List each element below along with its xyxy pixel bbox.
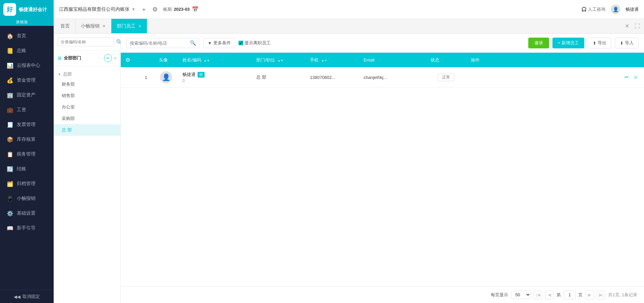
unpin-button[interactable]: ◀◀ 取消固定 — [0, 290, 54, 303]
sidebar-item-assets[interactable]: 🏢 固定资产 — [0, 88, 54, 102]
last-page-button[interactable]: ▶| — [597, 291, 605, 299]
sidebar-item-guide[interactable]: 📖 新手引导 — [0, 221, 54, 235]
tab-home[interactable]: 首页 — [55, 19, 75, 33]
tab-employees-label: 部门员工 — [117, 23, 136, 29]
sidebar-item-reports[interactable]: 📊 云报表中心 — [0, 58, 54, 73]
dept-item-general[interactable]: 总 部 — [54, 124, 120, 136]
table-col-name[interactable]: 姓名/编码 ▲▼ — [178, 53, 252, 67]
export-button[interactable]: ⬆ 导出 — [588, 38, 611, 48]
page-total-label: 共1页, 1条记录 — [608, 292, 637, 298]
home-icon: 🏠 — [7, 33, 13, 39]
tab-maximize-icon[interactable]: ⛶ — [633, 22, 641, 31]
employee-search-icon[interactable]: 🔍 — [190, 40, 196, 46]
tab-expense[interactable]: 小畅报销 ✕ — [75, 19, 111, 33]
period-label: 账期 — [163, 6, 172, 12]
sidebar-item-invoice[interactable]: 🧾 发票管理 — [0, 117, 54, 132]
dept-label-zongbu: 总部 — [63, 71, 72, 77]
dept-collapse-icon[interactable]: « — [114, 56, 116, 60]
prev-page-button[interactable]: ◀ — [545, 291, 554, 299]
export-icon: ⬆ — [593, 41, 596, 46]
dept-item-office-label: 办公室 — [62, 104, 75, 110]
sidebar-item-inventory[interactable]: 📦 库存核算 — [0, 132, 54, 147]
finance-icon: 💰 — [7, 77, 13, 84]
name-wrap: 畅捷通 部 — [182, 72, 247, 78]
table-settings-col[interactable]: ⚙ — [121, 53, 138, 67]
sidebar-label-guide: 新手引导 — [17, 225, 36, 231]
first-page-button[interactable]: |◀ — [534, 291, 542, 299]
all-dept-header[interactable]: ⊞ 全部部门 ✏ « — [54, 51, 120, 66]
sidebar-item-expense[interactable]: 📱 小畅报销 — [0, 191, 54, 206]
expense-icon: 📱 — [7, 195, 13, 202]
dept-search-input[interactable] — [58, 38, 114, 46]
sidebar-item-close[interactable]: 🔄 结账 — [0, 162, 54, 176]
dept-item-finance[interactable]: 财务部 — [54, 79, 120, 90]
dept-item-sales[interactable]: 销售部 — [54, 90, 120, 101]
ledger-icon: 📒 — [7, 47, 13, 54]
import-label: 导入 — [625, 40, 634, 46]
add-tab-icon[interactable]: ＋ — [141, 5, 147, 13]
employee-table-container: ⚙ 头像 姓名/编码 ▲▼ 部门/职位 — [121, 53, 644, 286]
tab-expense-close-icon[interactable]: ✕ — [102, 24, 106, 29]
sidebar-item-tax[interactable]: 📋 税务管理 — [0, 147, 54, 162]
sidebar-item-settings[interactable]: ⚙️ 基础设置 — [0, 206, 54, 221]
sidebar-label-archive: 归档管理 — [17, 181, 36, 187]
table-col-dept[interactable]: 部门/职位 ▲▼ — [252, 53, 305, 67]
calendar-icon[interactable]: 📅 — [192, 6, 199, 12]
sidebar-label-reports: 云报表中心 — [17, 62, 40, 69]
sidebar-item-ledger[interactable]: 📒 总账 — [0, 43, 54, 58]
pagination-bar: 每页显示 50 20 100 |◀ ◀ 第 页 ▶ ▶| 共1页, 1条记录 — [121, 286, 644, 303]
company-name: 江西服宝精品有限责任公司内账张 — [59, 6, 129, 12]
service-button[interactable]: 🎧 人工咨询 — [581, 6, 605, 12]
tab-bar-actions: ✕ ⛶ — [624, 19, 644, 33]
settings-gear-icon[interactable]: ⚙ — [152, 6, 158, 13]
table-col-phone[interactable]: 手机 ▲▼ — [305, 53, 359, 67]
sidebar-item-finance[interactable]: 💰 资金管理 — [0, 73, 54, 88]
sidebar-item-home[interactable]: 🏠 首页 — [0, 29, 54, 43]
app-name: 畅捷通好会计 — [19, 6, 47, 12]
sidebar-label-ledger: 总账 — [17, 48, 26, 54]
logout-employee-button[interactable]: ⎋ — [632, 73, 639, 81]
add-employee-button[interactable]: + 新增员工 — [552, 38, 584, 48]
dept-item-office[interactable]: 办公室 — [54, 101, 120, 113]
show-resigned-checkbox-wrap: 显示离职员工 — [238, 40, 271, 46]
guide-icon: 📖 — [7, 225, 13, 231]
next-page-button[interactable]: ▶ — [585, 291, 594, 299]
tab-close-window-icon[interactable]: ✕ — [624, 21, 631, 31]
settings-icon: ⚙️ — [7, 210, 13, 217]
edit-employee-button[interactable]: ✏ — [623, 73, 631, 81]
invite-button[interactable]: 邀请 — [528, 38, 549, 48]
table-col-dept-label: 部门/职位 — [256, 57, 275, 62]
table-col-name-label: 姓名/编码 — [182, 57, 201, 62]
dept-item-sales-label: 销售部 — [62, 93, 75, 98]
user-avatar: 👤 — [611, 5, 620, 14]
dept-search-icon[interactable]: 🔍 — [116, 39, 121, 45]
tab-employees-close-icon[interactable]: ✕ — [138, 24, 142, 29]
dept-item-general-label: 总 部 — [62, 127, 72, 132]
dept-item-purchase[interactable]: 采购部 — [54, 113, 120, 124]
more-filter-button[interactable]: ▼ 更多条件 — [203, 38, 235, 48]
dept-edit-button[interactable]: ✏ — [104, 54, 112, 62]
row-status-cell: 正常 — [426, 67, 466, 88]
sidebar-item-archive[interactable]: 🗂️ 归档管理 — [0, 176, 54, 191]
sidebar-label-assets: 固定资产 — [17, 92, 36, 98]
import-button[interactable]: ⬇ 导入 — [615, 38, 639, 48]
sidebar-label-salary: 工资 — [17, 107, 26, 113]
tab-employees[interactable]: 部门员工 ✕ — [111, 19, 147, 33]
sidebar-label-expense: 小畅报销 — [17, 196, 36, 202]
status-badge: 正常 — [438, 74, 454, 81]
employee-search-input[interactable] — [130, 41, 190, 46]
dept-parent-zongbu[interactable]: ▼ 总部 — [54, 69, 120, 79]
sidebar-item-salary[interactable]: 💼 工资 — [0, 102, 54, 117]
company-dropdown-icon[interactable]: ▼ — [131, 7, 136, 12]
per-page-select[interactable]: 50 20 100 — [511, 291, 531, 299]
row-dept-cell: 总 部 — [252, 67, 305, 88]
employee-phone: 138070602... — [310, 75, 335, 80]
show-resigned-checkbox[interactable] — [238, 41, 243, 45]
table-gear-icon[interactable]: ⚙ — [125, 57, 130, 63]
edition-label: 旗舰版 — [0, 19, 54, 26]
page-number-input[interactable] — [564, 291, 576, 299]
employee-code: 0 — [182, 78, 247, 83]
per-page-label: 每页显示 — [491, 292, 508, 298]
dept-item-purchase-label: 采购部 — [62, 116, 75, 121]
table-row: 1 👤 畅捷通 部 0 — [121, 67, 644, 88]
